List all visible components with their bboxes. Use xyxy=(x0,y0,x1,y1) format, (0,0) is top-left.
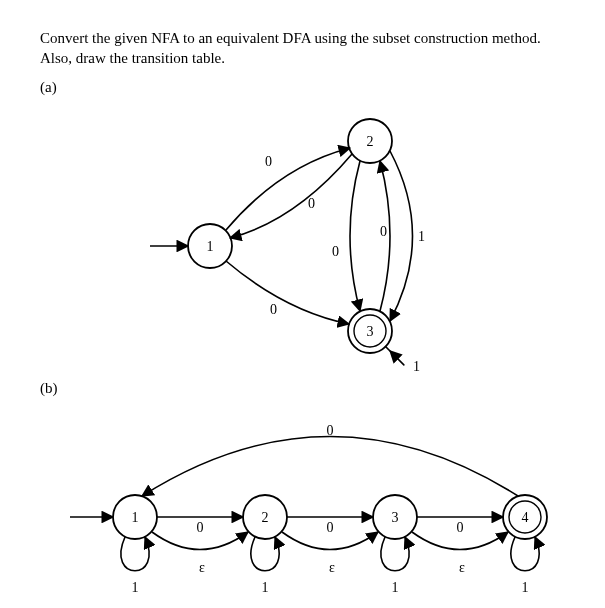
edge-3-3 xyxy=(385,346,404,365)
state-b4-label: 4 xyxy=(522,510,529,525)
state-b4: 4 xyxy=(503,495,547,539)
state-2-label: 2 xyxy=(367,134,374,149)
edge-b41-label: 0 xyxy=(327,423,334,438)
edge-1-3 xyxy=(226,261,349,324)
edge-2-1-label: 0 xyxy=(308,196,315,211)
edge-2-3-1-label: 1 xyxy=(418,229,425,244)
edge-b23-label: 0 xyxy=(327,520,334,535)
edge-b12-label: 0 xyxy=(197,520,204,535)
problem-prompt: Convert the given NFA to an equivalent D… xyxy=(40,28,565,69)
state-1-label: 1 xyxy=(207,239,214,254)
edge-b34-label: 0 xyxy=(457,520,464,535)
state-3-label: 3 xyxy=(367,324,374,339)
loop-b1 xyxy=(121,537,149,571)
state-b2: 2 xyxy=(243,495,287,539)
nfa-a-diagram: 1 2 3 0 0 0 0 0 1 1 xyxy=(40,96,565,376)
state-1: 1 xyxy=(188,224,232,268)
edge-1-2 xyxy=(226,148,350,230)
edge-eps23-label: ε xyxy=(329,560,335,575)
loop-b3 xyxy=(381,537,409,571)
state-b1: 1 xyxy=(113,495,157,539)
nfa-b-diagram: 1 2 3 4 0 0 0 0 ε ε ε 1 1 1 1 xyxy=(40,397,565,607)
edge-1-3-label: 0 xyxy=(270,302,277,317)
edge-3-3-label: 1 xyxy=(413,359,420,374)
loop-b3-label: 1 xyxy=(392,580,399,595)
edge-b41 xyxy=(142,436,518,496)
edge-eps12-label: ε xyxy=(199,560,205,575)
part-b-label: (b) xyxy=(40,380,565,397)
edge-1-2-label: 0 xyxy=(265,154,272,169)
loop-b4 xyxy=(511,537,539,571)
loop-b1-label: 1 xyxy=(132,580,139,595)
edge-2-3-1 xyxy=(390,151,413,321)
loop-b2-label: 1 xyxy=(262,580,269,595)
part-a-label: (a) xyxy=(40,79,565,96)
edge-eps34-label: ε xyxy=(459,560,465,575)
edge-2-3-0 xyxy=(350,161,360,311)
loop-b2 xyxy=(251,537,279,571)
state-b2-label: 2 xyxy=(262,510,269,525)
loop-b4-label: 1 xyxy=(522,580,529,595)
state-b3: 3 xyxy=(373,495,417,539)
state-b1-label: 1 xyxy=(132,510,139,525)
edge-2-3-0-label: 0 xyxy=(332,244,339,259)
edge-2-1 xyxy=(230,154,352,238)
state-b3-label: 3 xyxy=(392,510,399,525)
state-2: 2 xyxy=(348,119,392,163)
edge-3-2-label: 0 xyxy=(380,224,387,239)
